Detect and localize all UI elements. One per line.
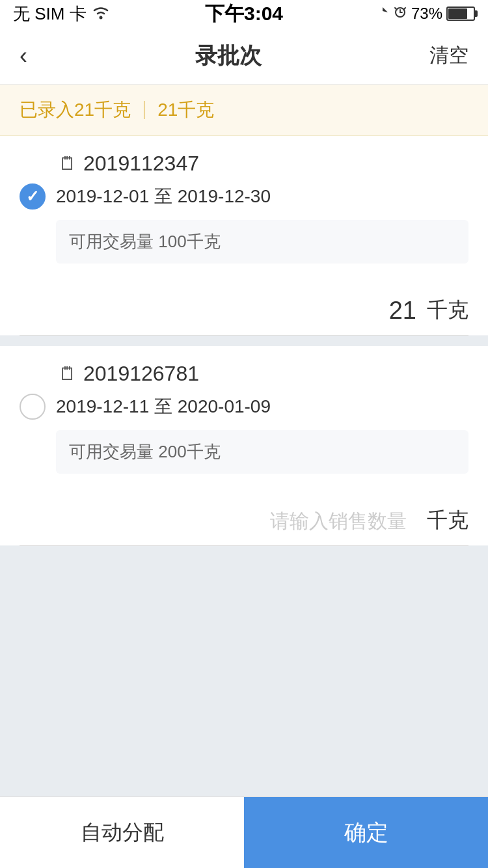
batch-date-2: 2019-12-11 至 2020-01-09 [56,394,271,419]
battery-percent: 73% [411,5,442,23]
battery-icon [446,7,475,21]
avail-box-1: 可用交易量 100千克 [56,220,468,264]
batch-id-row-2: 🗒 2019126781 [20,362,468,386]
auto-distribute-button[interactable]: 自动分配 [0,797,244,868]
batch-icon-2: 🗒 [59,363,77,385]
svg-point-0 [99,16,102,19]
batch-id-2: 2019126781 [83,362,199,386]
section-separator [0,336,488,346]
batch-date-row-2: 2019-12-11 至 2020-01-09 [20,394,468,420]
input-row-2: 千克 [0,493,488,545]
clear-button[interactable]: 清空 [429,42,468,69]
quantity-row-1: 21 千克 [0,283,488,335]
location-icon [376,5,389,23]
carrier-text: 无 SIM 卡 [13,3,87,25]
input-unit-2: 千克 [427,506,468,535]
batch-id-1: 2019112347 [83,152,199,176]
batch-radio-1[interactable] [20,183,46,210]
batch-item-2: 🗒 2019126781 2019-12-11 至 2020-01-09 可用交… [0,346,488,493]
page-title: 录批次 [195,41,262,71]
summary-divider [144,101,144,119]
status-right: 73% [376,5,475,23]
back-button[interactable]: ‹ [20,42,27,70]
batch-icon-1: 🗒 [59,153,77,174]
quantity-input-2[interactable] [156,509,416,533]
wifi-icon [92,4,110,24]
status-bar: 无 SIM 卡 下午3:04 73% [0,0,488,27]
batch-date-1: 2019-12-01 至 2019-12-30 [56,184,271,209]
batch-item-1: 🗒 2019112347 2019-12-01 至 2019-12-30 可用交… [0,136,488,283]
batch-radio-2[interactable] [20,394,46,420]
batch-date-row-1: 2019-12-01 至 2019-12-30 [20,183,468,210]
bottom-bar: 自动分配 确定 [0,796,488,868]
status-time: 下午3:04 [205,1,283,27]
nav-bar: ‹ 录批次 清空 [0,27,488,85]
summary-bar: 已录入21千克 21千克 [0,85,488,136]
alarm-icon [393,5,407,23]
avail-box-2: 可用交易量 200千克 [56,430,468,474]
quantity-unit-1: 千克 [427,296,468,325]
quantity-value-1: 21 [389,297,416,325]
summary-amount: 21千克 [157,98,214,122]
confirm-button[interactable]: 确定 [244,797,488,868]
status-left: 无 SIM 卡 [13,3,110,25]
summary-entered-label: 已录入21千克 [20,98,131,122]
batch-id-row-1: 🗒 2019112347 [20,152,468,176]
